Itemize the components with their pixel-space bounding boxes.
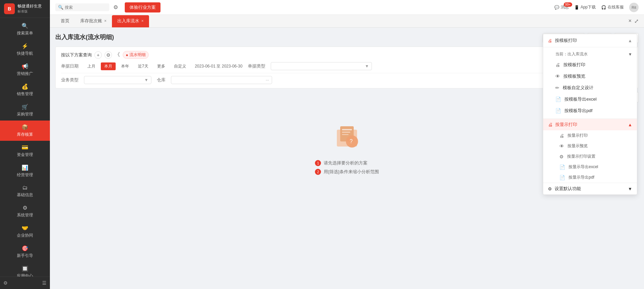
business-type-select[interactable]: ▼	[84, 76, 151, 84]
sidebar-item-corp[interactable]: 🤝 企业协同	[0, 221, 50, 242]
tab-flow-close[interactable]: ×	[141, 19, 144, 23]
tabs-bar: 首页 库存批次账 × 出入库流水 × × ⤢	[50, 15, 644, 28]
sidebar-item-base[interactable]: 🗂 基础信息	[0, 181, 50, 201]
date-opt-this-year[interactable]: 本年	[118, 62, 133, 70]
sidebar-item-guide[interactable]: 🎯 新手引导	[0, 242, 50, 262]
base-icon: 🗂	[22, 185, 28, 191]
filter-tag-icon: ●	[126, 53, 128, 57]
footer-arrow: ▼	[628, 186, 632, 191]
template-excel-label: 按模板导出excel	[564, 96, 596, 102]
search-input[interactable]	[65, 5, 98, 10]
sidebar-item-quick-nav[interactable]: ⚡ 快捷导航	[0, 40, 50, 60]
dropdown-display-settings[interactable]: ⚙ 按显示打印设置	[543, 151, 637, 162]
sidebar-item-purchase[interactable]: 🛒 采购管理	[0, 100, 50, 121]
sidebar-item-operation[interactable]: 📊 经营管理	[0, 161, 50, 181]
sidebar-item-label: 搜索菜单	[17, 30, 33, 36]
dropdown-current-label[interactable]: 当前：出入库流水 ▼	[543, 49, 637, 59]
dropdown-display-section-header[interactable]: 🖨 按显示打印 ▲	[543, 119, 637, 130]
date-opt-this-month[interactable]: 本月	[101, 62, 116, 70]
dropdown-display-pdf[interactable]: 📄 按显示导出pdf	[543, 172, 637, 183]
date-opt-7days[interactable]: 近7天	[135, 62, 152, 70]
dropdown-icon: ▼	[144, 78, 148, 82]
date-opt-more[interactable]: 更多	[154, 62, 169, 70]
date-opt-custom[interactable]: 自定义	[171, 62, 189, 70]
sidebar-item-inventory[interactable]: 📦 库存核算	[0, 121, 50, 141]
sidebar-item-finance[interactable]: 💳 资金管理	[0, 141, 50, 161]
sales-icon: 💰	[22, 83, 28, 90]
sidebar-item-label: 新手引导	[17, 253, 33, 259]
corp-icon: 🤝	[22, 225, 28, 231]
dropdown-display-preview[interactable]: 👁 按显示预览	[543, 141, 637, 151]
user-avatar[interactable]: Rit	[629, 3, 639, 12]
svg-rect-3	[342, 132, 350, 133]
header-search-box[interactable]: 🔍	[55, 3, 109, 11]
svg-text:?: ?	[350, 138, 353, 144]
dropdown-template-excel[interactable]: 📄 按模板导出excel	[543, 94, 637, 105]
sidebar-item-label: 经营管理	[17, 172, 33, 178]
dropdown-header-icon: 🖨	[548, 38, 552, 43]
dropdown-template-design[interactable]: ✏ 模板自定义设计	[543, 82, 637, 94]
app-download-btn[interactable]: 📱 App下载	[574, 4, 596, 10]
empty-step-1: 1 请先选择要分析的方案	[315, 160, 379, 166]
tab-close-btn[interactable]: ×	[628, 18, 632, 24]
dropdown-template-preview[interactable]: 👁 按模板预览	[543, 71, 637, 82]
message-icon: 💬	[554, 5, 559, 10]
empty-step-2: 2 用[筛选]条件来缩小分析范围	[315, 169, 379, 175]
sidebar-item-app-center[interactable]: 🔲 应用中心	[0, 262, 50, 277]
sidebar-item-search[interactable]: 🔍 搜索菜单	[0, 19, 50, 40]
tab-batch-close[interactable]: ×	[104, 19, 107, 23]
dropdown-template-print[interactable]: 🖨 按模板打印	[543, 59, 637, 71]
filter-add-btn[interactable]: +	[94, 51, 102, 59]
dropdown-template-pdf[interactable]: 📄 按模板导出pdf	[543, 105, 637, 116]
dropdown-icon: ▼	[365, 64, 369, 69]
display-excel-label: 按显示导出excel	[568, 164, 598, 170]
filter-settings-btn[interactable]: ⚙	[105, 51, 112, 59]
print-dropdown-panel: 🖨 按模板打印 ▲ 当前：出入库流水 ▼ 🖨 按模板打印 👁 按模板预览 ✏ 模…	[543, 34, 637, 195]
filter-header-text: 按以下方案查询	[61, 52, 92, 58]
display-print-icon: 🖨	[559, 133, 564, 138]
quick-nav-icon: ⚡	[22, 43, 28, 49]
date-opt-prev-month[interactable]: 上月	[84, 62, 99, 70]
display-section-arrow: ▲	[628, 122, 632, 127]
sidebar-item-label: 基础信息	[17, 192, 33, 198]
filter-collapse-btn[interactable]: 《	[115, 51, 120, 58]
message-badge: 99+	[564, 2, 572, 7]
business-type-label: 业务类型	[61, 77, 79, 83]
display-settings-label: 按显示打印设置	[567, 154, 595, 159]
display-settings-icon: ⚙	[559, 154, 564, 159]
sidebar-item-marketing[interactable]: 📢 营销推广	[0, 60, 50, 80]
tab-home[interactable]: 首页	[55, 15, 75, 27]
sidebar-item-sales[interactable]: 💰 销售管理	[0, 80, 50, 100]
tab-batch[interactable]: 库存批次账 ×	[75, 15, 112, 27]
header-gear-icon[interactable]: ⚙	[113, 4, 118, 10]
app-center-icon: 🔲	[22, 265, 28, 272]
step-1-num: 1	[315, 160, 321, 166]
template-preview-label: 按模板预览	[563, 73, 585, 79]
header: 🔍 ⚙ 体验行业方案 💬 消息 99+ 📱 App下载 🎧 在线客服 Rit	[50, 0, 644, 15]
headset-icon: 🎧	[601, 5, 606, 10]
message-btn[interactable]: 💬 消息 99+	[554, 4, 569, 10]
doc-type-select[interactable]: ▼	[271, 62, 372, 70]
template-print-icon: 🖨	[555, 62, 560, 68]
warehouse-select[interactable]: ···	[171, 76, 272, 84]
system-icon: ⚙	[23, 205, 27, 211]
sidebar-item-label: 营销推广	[17, 71, 33, 77]
filter-tag[interactable]: ● 流水明细	[123, 51, 149, 59]
sidebar-menu-btn[interactable]: ☰	[42, 280, 47, 286]
tab-flow[interactable]: 出入库流水 ×	[112, 15, 149, 27]
display-pdf-label: 按显示导出pdf	[568, 175, 594, 180]
warehouse-more-icon: ···	[266, 78, 269, 82]
date-label: 单据日期	[61, 63, 79, 69]
tab-maximize-btn[interactable]: ⤢	[634, 18, 639, 24]
trial-btn[interactable]: 体验行业方案	[125, 2, 160, 12]
sidebar-item-label: 系统管理	[17, 212, 33, 218]
sidebar-item-label: 采购管理	[17, 111, 33, 117]
sidebar-settings-btn[interactable]: ⚙	[3, 280, 8, 286]
dropdown-close-btn[interactable]: ▲	[628, 38, 632, 43]
dropdown-display-print[interactable]: 🖨 按显示打印	[543, 130, 637, 141]
sidebar-item-label: 应用中心	[17, 273, 33, 277]
sidebar-item-system[interactable]: ⚙ 系统管理	[0, 201, 50, 221]
dropdown-footer[interactable]: ⚙ 设置默认功能 ▼	[543, 183, 637, 194]
online-service-btn[interactable]: 🎧 在线客服	[601, 4, 624, 10]
dropdown-display-excel[interactable]: 📄 按显示导出excel	[543, 162, 637, 172]
